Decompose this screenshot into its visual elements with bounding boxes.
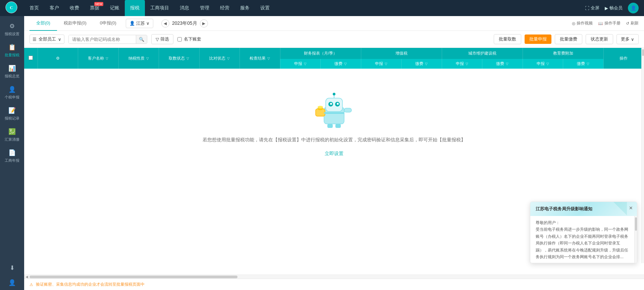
region-selector[interactable]: 👤 江苏 ∨ bbox=[126, 19, 153, 28]
filter-label: 筛选 bbox=[160, 36, 169, 42]
filter-icon-fin-pay: ▽ bbox=[344, 62, 347, 66]
nav-item-invoice[interactable]: 票据 NEW bbox=[85, 0, 105, 16]
setup-link[interactable]: 立即设置 bbox=[325, 151, 343, 157]
sidebar: ⚙ 报税设置 📋 批量报税 📊 报税总览 👤 个税申报 📝 报税记录 💹 汇算清… bbox=[0, 16, 24, 290]
new-badge: NEW bbox=[94, 2, 103, 6]
date-next-button[interactable]: ▶ bbox=[200, 19, 208, 27]
empty-row: 若您想使用批量报税功能，请先在【报税设置】中进行报税的初始化设置，完成密码验证和… bbox=[24, 69, 644, 177]
th-gear: ⚙ bbox=[38, 48, 78, 69]
fullscreen-button[interactable]: ⛶ 全屏 bbox=[585, 5, 599, 11]
filter-icon-vat-declare: ▽ bbox=[385, 62, 387, 66]
more-label: 更多 bbox=[621, 36, 630, 42]
date-prev-button[interactable]: ◀ bbox=[161, 19, 169, 27]
sidebar-item-personal-tax[interactable]: 👤 个税申报 bbox=[0, 82, 24, 103]
th-compare-status: 比对状态 ▽ bbox=[199, 48, 240, 69]
svg-point-7 bbox=[337, 103, 339, 105]
sidebar-label-tax-overview: 报税总览 bbox=[5, 74, 19, 79]
filter-icon: ▽ bbox=[156, 37, 159, 42]
sidebar-item-user[interactable]: 👤 bbox=[0, 275, 24, 290]
employee-label: 全部员工 bbox=[39, 36, 56, 42]
region-label: 江苏 bbox=[136, 20, 145, 26]
svg-rect-11 bbox=[344, 108, 352, 112]
member-button[interactable]: ▶ 畅会员 bbox=[605, 5, 623, 11]
notification-scroll-thumb[interactable] bbox=[635, 217, 637, 231]
sidebar-item-tax-overview[interactable]: 📊 报税总览 bbox=[0, 61, 24, 82]
nav-item-billing[interactable]: 收费 bbox=[64, 0, 85, 16]
empty-state: 若您想使用批量报税功能，请先在【报税设置】中进行报税的初始化设置，完成密码验证和… bbox=[24, 69, 644, 177]
vertical-scroll-thumb[interactable] bbox=[642, 49, 644, 56]
tab-tax-declare[interactable]: 税款申报(0) bbox=[57, 16, 93, 31]
refresh-icon: ↺ bbox=[626, 21, 629, 26]
sidebar-label-annual-report: 工商年报 bbox=[5, 158, 19, 163]
filter-icon-compare: ▽ bbox=[227, 57, 230, 60]
th-financial-report: 财务报表（月/季） bbox=[280, 48, 361, 59]
sidebar-item-reconciliation[interactable]: 💹 汇算清缴 bbox=[0, 124, 24, 145]
scroll-thumb[interactable] bbox=[30, 276, 237, 278]
date-navigation: ◀ 2023年05月 ▶ bbox=[161, 19, 208, 27]
notification-body-wrap: 尊敬的用户： 受当前电子税务局进一步升级的影响，同一个政务网账号（办税人）名下的… bbox=[530, 216, 637, 263]
sidebar-item-annual-report[interactable]: 📄 工商年报 bbox=[0, 145, 24, 166]
sidebar-item-batch-tax[interactable]: 📋 批量报税 bbox=[0, 40, 24, 61]
batch-declare-button[interactable]: 批量申报 bbox=[525, 34, 551, 44]
th-customer-name: 客户名称 ▽ bbox=[78, 48, 119, 69]
filter-icon-fin-declare: ▽ bbox=[304, 62, 307, 66]
sidebar-label-batch-tax: 批量报税 bbox=[5, 53, 19, 58]
nav-item-message[interactable]: 消息 bbox=[174, 0, 195, 16]
accounts-checkbox[interactable] bbox=[177, 37, 182, 42]
manual-label: 操作手册 bbox=[604, 20, 621, 26]
nav-item-service[interactable]: 服务 bbox=[235, 0, 255, 16]
th-vat: 增值税 bbox=[361, 48, 442, 59]
nav-item-customer[interactable]: 客户 bbox=[44, 0, 64, 16]
video-button[interactable]: ◎ 操作视频 bbox=[572, 20, 593, 26]
notification-close-button[interactable]: ✕ bbox=[628, 205, 634, 211]
vertical-scrollbar[interactable] bbox=[641, 48, 644, 263]
manual-button[interactable]: 📖 操作手册 bbox=[598, 20, 621, 26]
horizontal-scrollbar[interactable]: ◀ bbox=[24, 275, 644, 279]
toolbar-right: 批量取数 批量申报 批量缴费 状态更新 更多 ∨ bbox=[494, 34, 639, 44]
video-icon: ◎ bbox=[572, 21, 575, 26]
batch-fetch-button[interactable]: 批量取数 bbox=[494, 34, 521, 44]
more-button[interactable]: 更多 ∨ bbox=[616, 34, 639, 44]
th-edu-fee: 教育费附加 bbox=[523, 48, 603, 59]
svg-point-16 bbox=[318, 106, 323, 108]
sidebar-item-tax-settings[interactable]: ⚙ 报税设置 bbox=[0, 19, 24, 40]
nav-item-settings[interactable]: 设置 bbox=[255, 0, 275, 16]
filter-icon-customer: ▽ bbox=[106, 57, 108, 60]
sidebar-item-tax-record[interactable]: 📝 报税记录 bbox=[0, 103, 24, 124]
search-button[interactable]: 🔍 bbox=[136, 35, 147, 44]
tab-all[interactable]: 全部(0) bbox=[30, 16, 57, 31]
sidebar-item-download[interactable]: ⬇ bbox=[0, 261, 24, 275]
sidebar-bottom: ⬇ 👤 bbox=[0, 261, 24, 290]
filter-icon-vat-pay: ▽ bbox=[425, 62, 428, 66]
filter-icon-edu-pay: ▽ bbox=[587, 62, 589, 66]
top-navigation: C 首页 客户 收费 票据 NEW 记账 报税 工商项目 消息 管理 经营 服务… bbox=[0, 0, 644, 16]
tab-zero-declare[interactable]: 0申报(0) bbox=[93, 16, 123, 31]
status-update-button[interactable]: 状态更新 bbox=[586, 34, 613, 44]
nav-item-bizproject[interactable]: 工商项目 bbox=[145, 0, 174, 16]
notification-body: 尊敬的用户： 受当前电子税务局进一步升级的影响，同一个政务网账号（办税人）名下的… bbox=[530, 216, 637, 263]
nav-item-tax[interactable]: 报税 bbox=[125, 0, 145, 16]
warning-text: 验证账密、采集信息均成功的企业才会流转至批量报税页面中 bbox=[36, 282, 145, 287]
filter-icon-fetch: ▽ bbox=[186, 57, 189, 60]
search-input[interactable] bbox=[69, 35, 136, 44]
batch-pay-button[interactable]: 批量缴费 bbox=[555, 34, 582, 44]
scroll-left-arrow[interactable]: ◀ bbox=[25, 275, 28, 279]
th-vat-declare: 申报 ▽ bbox=[361, 59, 401, 69]
nav-item-manage[interactable]: 管理 bbox=[195, 0, 215, 16]
avatar[interactable]: 👤 bbox=[628, 3, 639, 13]
employee-selector[interactable]: ☰ 全部员工 ∨ bbox=[30, 34, 64, 44]
checkbox-accounts[interactable]: 名下账套 bbox=[177, 36, 201, 42]
nav-item-home[interactable]: 首页 bbox=[24, 0, 44, 16]
th-operation: 操作 bbox=[603, 48, 644, 69]
select-all-checkbox[interactable] bbox=[29, 56, 33, 60]
refresh-button[interactable]: ↺ 刷新 bbox=[626, 20, 639, 26]
nav-item-accounting[interactable]: 记账 bbox=[105, 0, 125, 16]
empty-state-text: 若您想使用批量报税功能，请先在【报税设置】中进行报税的初始化设置，完成密码验证和… bbox=[203, 136, 466, 144]
filter-icon-check: ▽ bbox=[267, 57, 270, 60]
sidebar-label-tax-record: 报税记录 bbox=[5, 116, 19, 121]
notification-scrollbar[interactable] bbox=[634, 216, 637, 263]
filter-button[interactable]: ▽ 筛选 bbox=[151, 34, 173, 44]
tax-record-icon: 📝 bbox=[8, 106, 16, 115]
nav-item-operation[interactable]: 经营 bbox=[215, 0, 235, 16]
svg-rect-18 bbox=[335, 124, 341, 128]
